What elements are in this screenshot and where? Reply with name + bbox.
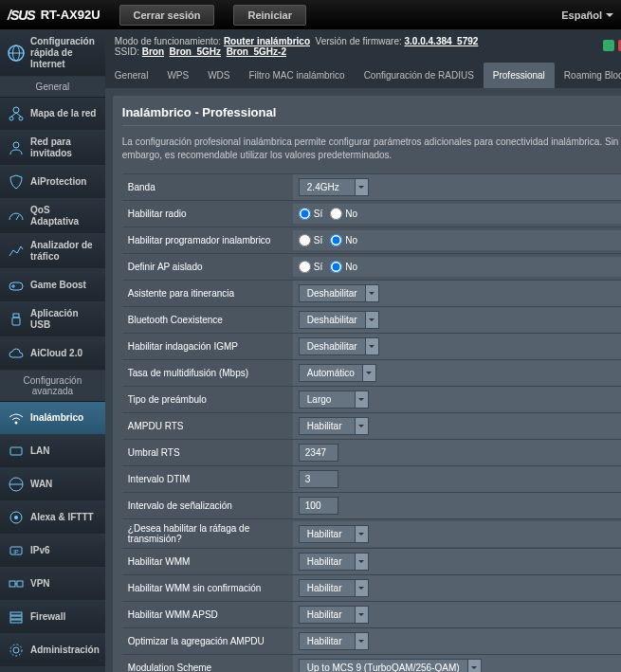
mcs-select[interactable]: Up to MCS 9 (TurboQAM/256-QAM) — [299, 659, 482, 672]
sidebar-qos[interactable]: QoS Adaptativa — [0, 199, 105, 234]
sched-radio-yes[interactable]: Sí — [299, 234, 322, 246]
firewall-icon — [6, 607, 27, 627]
setting-value: SíNo — [293, 204, 621, 224]
chevron-down-icon[interactable] — [468, 659, 482, 672]
setting-label: ¿Desea habilitar la ráfaga de transmisió… — [122, 519, 293, 548]
wmmapsd-select[interactable]: Habilitar — [299, 606, 369, 624]
isolated-radio-yes[interactable]: Sí — [299, 261, 322, 273]
sidebar-ipv6[interactable]: IP IPv6 — [0, 535, 105, 568]
language-selector[interactable]: Español — [561, 9, 613, 21]
sidebar-guest-network[interactable]: Red para invitados — [0, 131, 105, 166]
logout-button[interactable]: Cerrar sesión — [119, 5, 215, 26]
dtim-input[interactable] — [299, 470, 338, 488]
sidebar-wireless[interactable]: Inalámbrico — [0, 402, 105, 435]
ampdurts-select[interactable]: Habilitar — [299, 417, 369, 435]
gamepad-icon — [6, 275, 27, 296]
tab-roaming[interactable]: Roaming Block List — [555, 63, 621, 88]
chart-icon — [6, 241, 27, 262]
sidebar-quick-setup[interactable]: Configuración rápida de Internet — [0, 30, 105, 77]
chevron-down-icon[interactable] — [356, 632, 369, 650]
ssid-3[interactable]: Bron_5GHz-2 — [227, 46, 286, 57]
sidebar-network-map[interactable]: Mapa de la red — [0, 98, 105, 131]
tab-professional[interactable]: Professional — [484, 63, 555, 88]
reboot-button[interactable]: Reiniciar — [233, 5, 305, 26]
setting-label: Tasa de multidifusión (Mbps) — [122, 364, 293, 382]
band-select[interactable]: 2.4GHz — [299, 178, 369, 196]
fw-label: Versión de firmware: — [316, 36, 402, 46]
sidebar-usb[interactable]: Aplicación USB — [0, 302, 105, 337]
wmm-select[interactable]: Habilitar — [299, 553, 369, 571]
svg-point-20 — [14, 516, 18, 519]
radio-radio-yes[interactable]: Sí — [299, 208, 322, 220]
setting-label: Intervalo DTIM — [122, 470, 293, 488]
chevron-down-icon[interactable] — [363, 364, 376, 382]
setting-label: Banda — [122, 178, 293, 196]
setting-label: Habilitar programador inalambrico — [122, 231, 293, 249]
sidebar-wan[interactable]: WAN — [0, 468, 105, 501]
tab-macfilter[interactable]: Filtro MAC inalámbrico — [240, 63, 355, 88]
svg-point-8 — [13, 142, 19, 148]
chevron-down-icon[interactable] — [356, 525, 369, 543]
svg-rect-28 — [10, 620, 22, 623]
sidebar-aiprotection[interactable]: AiProtection — [0, 166, 105, 199]
chevron-down-icon[interactable] — [366, 311, 379, 329]
sidebar-vpn[interactable]: VPN — [0, 568, 105, 601]
wmmnoack-select[interactable]: Habilitar — [299, 579, 369, 597]
beacon-input[interactable] — [299, 497, 338, 515]
fw-value[interactable]: 3.0.0.4.384_5792 — [405, 36, 479, 46]
svg-rect-26 — [10, 612, 22, 615]
chevron-down-icon[interactable] — [356, 178, 369, 196]
setting-row-isolated: Definir AP aisladoSíNo — [122, 253, 621, 280]
sidebar: Configuración rápida de Internet General… — [0, 30, 105, 672]
sidebar-syslog[interactable]: Registro del sistema — [0, 667, 105, 672]
sidebar-traffic[interactable]: Analizador de tráfico — [0, 234, 105, 269]
sidebar-aicloud[interactable]: AiCloud 2.0 — [0, 337, 105, 371]
ampdu-select[interactable]: Habilitar — [299, 632, 369, 650]
setting-label: Habilitar radio — [122, 205, 293, 223]
btcoex-select[interactable]: Deshabilitar — [299, 311, 379, 329]
chevron-down-icon[interactable] — [356, 553, 369, 571]
setting-value — [293, 440, 621, 465]
mcast-select[interactable]: Automático — [299, 364, 376, 382]
globe-icon — [6, 43, 27, 64]
mode-label: Modo de funcionamiento: — [115, 36, 221, 46]
setting-row-wmm: Habilitar WMMHabilitar — [122, 548, 621, 574]
ipv6-icon: IP — [6, 540, 27, 561]
status-icon-1[interactable] — [603, 40, 614, 51]
txburst-select[interactable]: Habilitar — [299, 525, 369, 543]
sidebar-lan[interactable]: LAN — [0, 435, 105, 468]
setting-value: 2.4GHz — [293, 174, 621, 200]
chevron-down-icon[interactable] — [366, 337, 379, 355]
tab-general[interactable]: General — [105, 63, 158, 88]
isolated-radio-no[interactable]: No — [330, 261, 357, 273]
roaming-select[interactable]: Deshabilitar — [299, 284, 379, 302]
chevron-down-icon[interactable] — [356, 606, 369, 624]
tab-bar: General WPS WDS Filtro MAC inalámbrico C… — [105, 63, 621, 88]
ssid-2[interactable]: Bron_5GHz — [170, 46, 221, 57]
rtsthresh-input[interactable] — [299, 444, 338, 462]
sidebar-gameboost[interactable]: Game Boost — [0, 269, 105, 302]
sidebar-alexa[interactable]: Alexa & IFTTT — [0, 501, 105, 535]
chevron-down-icon[interactable] — [356, 390, 369, 409]
tab-wps[interactable]: WPS — [157, 63, 198, 88]
setting-row-band: Banda2.4GHz — [122, 173, 621, 200]
svg-rect-13 — [13, 314, 19, 318]
setting-value: Habilitar — [293, 602, 621, 627]
setting-value: Up to MCS 9 (TurboQAM/256-QAM) — [293, 655, 621, 672]
sched-radio-no[interactable]: No — [330, 234, 357, 246]
chevron-down-icon[interactable] — [356, 417, 369, 435]
preamble-select[interactable]: Largo — [299, 390, 369, 409]
mode-value[interactable]: Router inalámbrico — [224, 36, 310, 46]
svg-point-30 — [10, 645, 22, 656]
tab-radius[interactable]: Configuración de RADIUS — [355, 63, 484, 88]
svg-line-6 — [11, 113, 16, 117]
svg-line-7 — [16, 113, 21, 117]
sidebar-firewall[interactable]: Firewall — [0, 601, 105, 634]
chevron-down-icon[interactable] — [366, 284, 379, 302]
sidebar-admin[interactable]: Administración — [0, 634, 105, 667]
ssid-1[interactable]: Bron — [142, 46, 164, 57]
igmp-select[interactable]: Deshabilitar — [299, 337, 379, 355]
radio-radio-no[interactable]: No — [330, 208, 357, 220]
tab-wds[interactable]: WDS — [198, 63, 239, 88]
chevron-down-icon[interactable] — [356, 579, 369, 597]
